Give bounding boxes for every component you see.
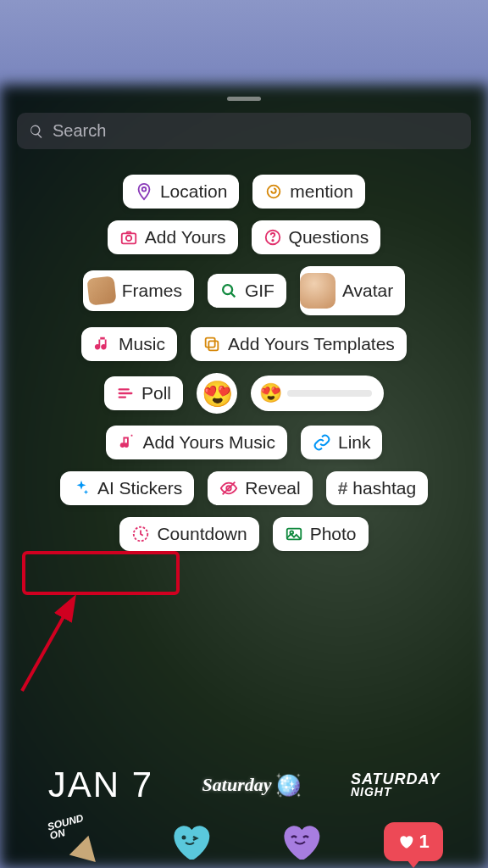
avatar-thumb-icon	[300, 273, 336, 309]
disco-ball-icon: 🪩	[274, 772, 302, 798]
sticker-label: Add Yours Music	[143, 432, 275, 453]
photo-icon	[285, 525, 303, 543]
svg-point-1	[268, 186, 280, 198]
svg-point-0	[142, 187, 147, 192]
sticker-label: Avatar	[342, 281, 393, 301]
sticker-add-yours-music[interactable]: Add Yours Music	[106, 426, 287, 459]
sticker-gif[interactable]: GIF	[208, 274, 286, 308]
sticker-label: hashtag	[352, 478, 416, 498]
sticker-location[interactable]: Location	[123, 175, 239, 209]
sticker-music[interactable]: Music	[81, 327, 177, 361]
sticker-link[interactable]: Link	[301, 426, 383, 459]
megaphone-icon	[69, 836, 105, 868]
heart-eyes-emoji-icon: 😍	[259, 382, 282, 404]
search-input[interactable]	[53, 121, 459, 141]
sticker-label: Countdown	[157, 524, 247, 544]
sticker-label: mention	[290, 181, 353, 202]
search-bar[interactable]	[17, 113, 471, 149]
sticker-add-yours-templates[interactable]: Add Yours Templates	[191, 327, 407, 361]
svg-point-6	[223, 285, 232, 294]
svg-point-5	[272, 240, 273, 241]
sticker-label: GIF	[245, 281, 274, 301]
sticker-label: Reveal	[245, 478, 300, 498]
sticker-label: Link	[338, 432, 371, 453]
sticker-emoji-reaction[interactable]: 😍	[197, 373, 237, 414]
sticker-emoji-slider[interactable]: 😍	[251, 376, 384, 411]
location-pin-icon	[135, 182, 153, 201]
gif-sticker-row: SOUND ON 1	[0, 809, 488, 868]
hash-icon: #	[338, 478, 348, 498]
sticker-frames[interactable]: Frames	[83, 270, 194, 311]
svg-point-15	[181, 836, 186, 840]
sticker-reveal[interactable]: Reveal	[208, 471, 312, 505]
clock-icon	[131, 525, 150, 543]
saturday-night-sticker[interactable]: SATURDAY NIGHT	[351, 772, 440, 798]
blue-heart-sticker[interactable]	[163, 818, 217, 865]
magnify-icon	[219, 281, 238, 300]
sticker-label: Poll	[141, 383, 171, 403]
threads-icon	[264, 182, 283, 201]
date-sticker-strip: JAN 7 Saturday 🪩 SATURDAY NIGHT	[0, 765, 488, 805]
search-icon	[29, 124, 44, 139]
question-icon	[263, 228, 282, 247]
sticker-add-yours[interactable]: Add Yours	[108, 220, 238, 254]
templates-icon	[202, 335, 221, 353]
sticker-questions[interactable]: Questions	[252, 220, 381, 254]
sticker-mention[interactable]: mention	[252, 175, 365, 209]
slider-track	[287, 390, 372, 397]
sticker-avatar[interactable]: Avatar	[300, 266, 405, 315]
music-plus-icon	[118, 433, 136, 452]
sparkle-icon	[72, 479, 91, 498]
sticker-photo[interactable]: Photo	[273, 517, 369, 551]
camera-icon	[119, 228, 138, 247]
sticker-label: Add Yours	[145, 227, 226, 248]
sticker-hashtag[interactable]: # hashtag	[326, 471, 428, 505]
link-icon	[313, 433, 331, 452]
saturday-sticker[interactable]: Saturday 🪩	[202, 772, 302, 798]
music-note-icon	[93, 335, 112, 353]
sticker-poll[interactable]: Poll	[104, 376, 183, 410]
svg-rect-8	[208, 341, 218, 350]
poll-icon	[116, 384, 135, 403]
eye-slash-icon	[219, 479, 238, 498]
like-count-sticker[interactable]: 1	[384, 822, 443, 861]
sticker-label: Photo	[310, 524, 357, 544]
sticker-ai-stickers[interactable]: AI Stickers	[60, 471, 194, 505]
photo-thumb-icon	[86, 275, 116, 305]
heart-icon	[397, 833, 414, 850]
date-sticker[interactable]: JAN 7	[48, 765, 153, 805]
sound-on-sticker[interactable]: SOUND ON	[45, 816, 106, 867]
svg-rect-7	[206, 338, 215, 348]
sticker-countdown[interactable]: Countdown	[119, 517, 258, 551]
sticker-picker-sheet: Location mention Add Yours Questions Fra…	[3, 85, 485, 868]
sticker-label: Frames	[122, 281, 182, 301]
sheet-grabber[interactable]	[227, 97, 261, 101]
like-count: 1	[419, 831, 430, 853]
purple-heart-sticker[interactable]	[273, 818, 327, 865]
sticker-label: Music	[119, 334, 165, 354]
sticker-label: AI Stickers	[97, 478, 182, 498]
sticker-label: Location	[160, 181, 227, 202]
svg-point-3	[126, 236, 131, 241]
sticker-label: Add Yours Templates	[228, 334, 395, 354]
sticker-label: Questions	[289, 227, 369, 248]
